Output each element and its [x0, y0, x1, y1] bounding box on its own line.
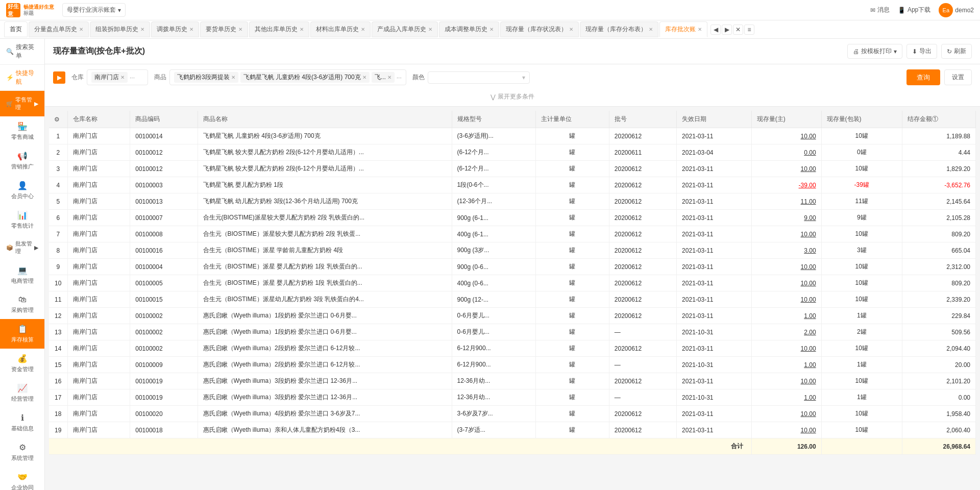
filter-product: 商品 飞鹤奶粉3段两提装 ✕ 飞鹤星飞帆 儿童奶粉 4段(3-6岁适用) 700…: [154, 69, 406, 85]
cell-batch: 20200612: [609, 161, 676, 177]
tab-close-xiancun2[interactable]: ✕: [649, 27, 653, 32]
product-tag3: 飞... ✕: [372, 72, 395, 83]
tab-xiancun1[interactable]: 现存量（库存状况表） ✕: [500, 21, 579, 37]
cell-unit: 罐: [535, 210, 609, 226]
cell-stock-main[interactable]: 0.00: [751, 144, 821, 161]
sidebar-item-retail-mgmt[interactable]: 🛒 零售管理 ▶: [0, 91, 44, 116]
tab-close-xiancun1[interactable]: ✕: [569, 27, 573, 32]
print-btn[interactable]: 🖨 按模板打印 ▾: [847, 44, 902, 59]
product-tag2-close[interactable]: ✕: [362, 75, 366, 80]
warehouse-tag-close[interactable]: ✕: [120, 75, 125, 80]
sidebar-item-marketing[interactable]: 📢 营销推广: [0, 146, 44, 176]
cell-balance: 2,105.28: [902, 210, 975, 226]
tab-menu-btn[interactable]: ≡: [744, 24, 754, 35]
cell-stock-main[interactable]: 2.00: [751, 324, 821, 340]
cell-stock-main[interactable]: 1.00: [751, 389, 821, 406]
sidebar-item-finance[interactable]: 💰 资金管理: [0, 349, 44, 378]
th-batch: 批号: [609, 111, 676, 128]
th-settings[interactable]: ⚙: [49, 111, 67, 128]
tab-close-fenliang[interactable]: ✕: [79, 27, 83, 32]
cell-stock-main[interactable]: 10.00: [751, 291, 821, 308]
cell-stock-main[interactable]: 10.00: [751, 406, 821, 422]
color-dropdown[interactable]: ▾: [428, 71, 530, 84]
cell-balance: 2,094.40: [902, 340, 975, 357]
tab-close-cailiao[interactable]: ✕: [361, 27, 365, 32]
tab-cailiao[interactable]: 材料出库单历史 ✕: [310, 21, 371, 37]
cell-balance: 1,958.40: [902, 406, 975, 422]
cell-expire: 2021-03-11: [677, 406, 752, 422]
tab-close-diaoBo[interactable]: ✕: [189, 27, 193, 32]
cell-unit: 罐: [535, 291, 609, 308]
cell-unit: 罐: [535, 144, 609, 161]
cell-balance: 509.56: [902, 324, 975, 340]
tab-diaoBo[interactable]: 调拨单历史 ✕: [151, 21, 199, 37]
sidebar-item-wholesale[interactable]: 📦 批发管理 ▶: [0, 235, 44, 260]
tab-chengpin[interactable]: 产成品入库单历史 ✕: [372, 21, 438, 37]
cell-stock-main[interactable]: 11.00: [751, 193, 821, 210]
product-tag-group[interactable]: 飞鹤奶粉3段两提装 ✕ 飞鹤星飞帆 儿童奶粉 4段(3-6岁适用) 700克 ✕…: [169, 69, 406, 85]
tab-xiancun2[interactable]: 现存量（库存分布表） ✕: [580, 21, 658, 37]
sidebar-item-retail-mall[interactable]: 🏪 零售商城: [0, 116, 44, 146]
cell-stock-main[interactable]: 10.00: [751, 422, 821, 438]
sidebar-item-ecommerce[interactable]: 💻 电商管理: [0, 260, 44, 290]
cell-stock-main[interactable]: 9.00: [751, 210, 821, 226]
app-download-btn[interactable]: 📱 App下载: [898, 6, 930, 14]
tab-close-pici[interactable]: ✕: [698, 27, 702, 32]
tab-prev-btn[interactable]: ◀: [710, 24, 721, 35]
tab-qita[interactable]: 其他出库单历史 ✕: [249, 21, 309, 37]
tab-pici[interactable]: 库存批次账 ✕: [659, 21, 707, 37]
tab-home[interactable]: 首页: [4, 21, 28, 37]
sidebar-item-collab[interactable]: 🤝 企业协同: [0, 467, 44, 490]
sidebar-item-retail-stats[interactable]: 📊 零售统计: [0, 205, 44, 235]
tab-yaohuo[interactable]: 要货单历史 ✕: [200, 21, 248, 37]
cell-stock-main[interactable]: 3.00: [751, 242, 821, 259]
user-profile[interactable]: Ea demo2: [939, 3, 974, 17]
warehouse-tag-group[interactable]: 南岸门店 ✕ ···: [87, 69, 148, 85]
cell-stock-main[interactable]: 10.00: [751, 373, 821, 389]
cell-expire: 2021-03-11: [677, 340, 752, 357]
cell-stock-main[interactable]: 10.00: [751, 128, 821, 144]
product-tag1-close[interactable]: ✕: [231, 75, 235, 80]
cell-stock-main[interactable]: 10.00: [751, 226, 821, 242]
tab-close-chengpin[interactable]: ✕: [428, 27, 432, 32]
product-tag3-close[interactable]: ✕: [387, 75, 391, 80]
setting-btn[interactable]: 设置: [944, 69, 972, 85]
refresh-btn[interactable]: ↻ 刷新: [941, 44, 972, 59]
sidebar-item-inventory[interactable]: 📋 库存核算: [0, 319, 44, 349]
sidebar-item-system[interactable]: ⚙ 系统管理: [0, 437, 44, 467]
cell-stock-pkg: 9罐: [821, 210, 902, 226]
tab-close-qita[interactable]: ✕: [300, 27, 304, 32]
total-stock-pkg: [821, 438, 902, 455]
tab-fenliang[interactable]: 分量盘点单历史 ✕: [29, 21, 89, 37]
filter-toggle-btn[interactable]: ▶: [53, 71, 65, 84]
account-selector[interactable]: 母婴行业演示账套 ▾: [62, 3, 126, 17]
cell-stock-main[interactable]: 10.00: [751, 340, 821, 357]
sidebar-item-search[interactable]: 🔍 搜索英单: [0, 39, 44, 65]
sidebar-item-ops[interactable]: 📈 经营管理: [0, 378, 44, 408]
tab-next-btn[interactable]: ▶: [722, 24, 732, 35]
tab-chengben[interactable]: 成本调整单历史 ✕: [439, 21, 499, 37]
cell-name: 惠氏启瞅（Wyeth illuma）4段奶粉 爱尔兰进口 3-6岁及7...: [198, 406, 452, 422]
tab-close-yaohuo[interactable]: ✕: [238, 27, 242, 32]
sidebar-item-member[interactable]: 👤 会员中心: [0, 176, 44, 205]
cell-stock-main[interactable]: 10.00: [751, 275, 821, 291]
sidebar-item-basic[interactable]: ℹ 基础信息: [0, 408, 44, 437]
tab-zuhe[interactable]: 组装拆卸单历史 ✕: [90, 21, 150, 37]
warehouse-ellipsis[interactable]: ···: [130, 74, 135, 81]
cell-stock-main[interactable]: 1.00: [751, 357, 821, 373]
cell-stock-main[interactable]: 10.00: [751, 259, 821, 275]
sidebar-item-quick[interactable]: ⚡ 快捷导航: [0, 65, 44, 91]
expand-more-btn[interactable]: ⋁ 展开更多条件: [491, 92, 534, 101]
cell-stock-main[interactable]: -39.00: [751, 177, 821, 193]
query-btn[interactable]: 查询: [906, 69, 940, 85]
cell-name: 飞鹤星飞帆 幼儿配方奶粉 3段(12-36个月幼儿适用) 700克: [198, 193, 452, 210]
messages-btn[interactable]: ✉ 消息: [870, 6, 890, 14]
sidebar-item-purchase[interactable]: 🛍 采购管理: [0, 290, 44, 319]
tab-close-chengben[interactable]: ✕: [489, 27, 494, 32]
product-ellipsis[interactable]: ···: [397, 74, 402, 81]
tab-close-btn[interactable]: ✕: [733, 24, 743, 35]
export-btn[interactable]: ⬇ 导出: [906, 44, 937, 59]
cell-stock-main[interactable]: 10.00: [751, 161, 821, 177]
tab-close-zuhe[interactable]: ✕: [140, 27, 144, 32]
cell-stock-main[interactable]: 1.00: [751, 308, 821, 324]
